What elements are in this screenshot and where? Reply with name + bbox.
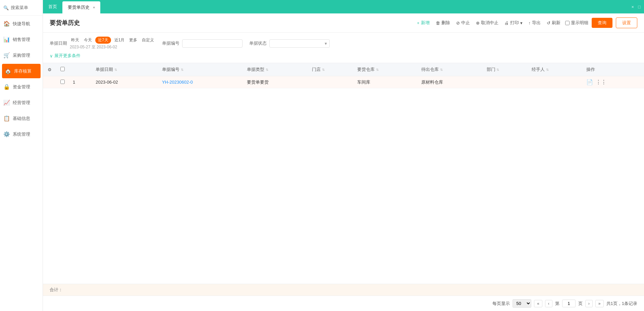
home-icon: 🏠 <box>3 20 10 27</box>
cell-doc-date: 2023-06-02 <box>92 76 158 88</box>
prev-page-btn[interactable]: ‹ <box>545 300 552 307</box>
tab-close-icon[interactable]: × <box>93 5 95 9</box>
sidebar-item-label: 系统管理 <box>13 131 30 137</box>
sort-icon-req-wh: ⇅ <box>376 68 379 72</box>
shortcut-today[interactable]: 今天 <box>83 37 93 44</box>
doc-no-input[interactable] <box>182 39 243 48</box>
col-request-warehouse[interactable]: 要货仓库 ⇅ <box>353 63 417 76</box>
date-shortcuts: 昨天 今天 近7天 近1月 更多 自定义 <box>70 37 155 44</box>
row-checkbox[interactable] <box>60 80 65 84</box>
show-detail-toggle[interactable]: 显示明细 <box>565 20 588 26</box>
cancel-stop-button[interactable]: ⊗ 取消中止 <box>475 20 500 26</box>
cell-handler <box>528 76 582 88</box>
purchase-icon: 🛒 <box>3 52 10 58</box>
sidebar-item-shortcut[interactable]: 🏠 快捷导航 <box>0 16 43 32</box>
sidebar-search-label: 搜索菜单 <box>11 5 28 11</box>
sidebar-item-sales[interactable]: 📊 销售管理 <box>0 32 43 47</box>
sidebar-item-label: 资金管理 <box>13 84 30 90</box>
search-icon: 🔍 <box>3 5 9 10</box>
print-button[interactable]: 🖨 打印 ▾ <box>503 20 524 26</box>
setting-button[interactable]: 设置 <box>616 17 637 28</box>
next-page-btn[interactable]: › <box>585 300 593 307</box>
more-icon[interactable]: ⋮⋮ <box>596 79 606 85</box>
stop-button[interactable]: ⊘ 中止 <box>455 20 471 26</box>
main-content: 首页 要货单历史 × × □ 要货单历史 + 新增 🗑 删除 <box>43 0 644 311</box>
page-title: 要货单历史 <box>50 19 80 27</box>
delete-button[interactable]: 🗑 删除 <box>434 20 451 26</box>
doc-no-label: 单据编号 <box>162 40 179 46</box>
first-page-btn[interactable]: « <box>534 300 542 307</box>
refresh-label: 刷新 <box>552 20 560 26</box>
col-department[interactable]: 部门 ⇅ <box>483 63 528 76</box>
window-close-icon[interactable]: × <box>632 4 634 9</box>
tab-history[interactable]: 要货单历史 × <box>62 1 100 13</box>
shortcut-7days[interactable]: 近7天 <box>95 37 111 44</box>
shortcut-custom[interactable]: 自定义 <box>141 37 155 44</box>
table-row: 1 2023-06-02 YH-20230602-0 要货单要货 车间库 原材料… <box>43 76 644 88</box>
data-table: ⚙ 单据日期 ⇅ 单据编号 ⇅ <box>43 63 644 88</box>
col-store[interactable]: 门店 ⇅ <box>308 63 353 76</box>
query-button[interactable]: 查询 <box>592 18 612 28</box>
sales-icon: 📊 <box>3 36 10 43</box>
date-range-display: 2023-05-27 至 2023-06-02 <box>70 44 155 50</box>
sidebar: 🔍 搜索菜单 🏠 快捷导航 📊 销售管理 🛒 采购管理 🏠 库存核算 🔒 资金管… <box>0 0 43 311</box>
col-doc-type[interactable]: 单据类型 ⇅ <box>243 63 308 76</box>
sort-icon-date: ⇅ <box>114 68 117 72</box>
add-button[interactable]: + 新增 <box>416 20 431 26</box>
add-label: 新增 <box>421 20 430 26</box>
toolbar: + 新增 🗑 删除 ⊘ 中止 ⊗ 取消中止 🖨 打印 <box>416 17 637 28</box>
expand-more-btn[interactable]: ∨ 展开更多条件 <box>50 53 637 59</box>
status-select[interactable] <box>269 39 330 48</box>
total-info: 共1页，1条记录 <box>606 301 637 307</box>
window-maximize-icon[interactable]: □ <box>638 4 641 9</box>
sidebar-item-finance[interactable]: 🔒 资金管理 <box>0 79 43 95</box>
sidebar-item-inventory[interactable]: 🏠 库存核算 <box>2 64 41 78</box>
tab-home[interactable]: 首页 <box>43 0 62 13</box>
sidebar-item-label: 快捷导航 <box>13 21 30 27</box>
col-doc-no[interactable]: 单据编号 ⇅ <box>158 63 243 76</box>
doc-no-link[interactable]: YH-20230602-0 <box>162 80 193 85</box>
table-header-row: ⚙ 单据日期 ⇅ 单据编号 ⇅ <box>43 63 644 76</box>
refresh-button[interactable]: ↺ 刷新 <box>545 20 562 26</box>
delete-icon: 🗑 <box>436 20 440 26</box>
sidebar-item-label: 销售管理 <box>13 37 30 43</box>
status-select-wrap <box>269 39 330 48</box>
sidebar-item-operation[interactable]: 📈 经营管理 <box>0 95 43 110</box>
cell-department <box>483 76 528 88</box>
col-doc-date[interactable]: 单据日期 ⇅ <box>92 63 158 76</box>
sidebar-search[interactable]: 🔍 搜索菜单 <box>0 0 43 16</box>
page-number-input[interactable] <box>562 300 576 307</box>
table-wrap: ⚙ 单据日期 ⇅ 单据编号 ⇅ <box>43 63 644 284</box>
date-filter-label: 单据日期 <box>50 40 67 46</box>
pagination: 每页显示 50 100 « ‹ 第 页 › » 共1页，1条记录 <box>43 296 644 311</box>
sort-icon-dept: ⇅ <box>496 68 499 72</box>
select-all-checkbox[interactable] <box>60 67 65 71</box>
content-area: 要货单历史 + 新增 🗑 删除 ⊘ 中止 ⊗ 取消中止 <box>43 13 644 311</box>
expand-icon: ∨ <box>50 53 53 58</box>
sidebar-item-purchase[interactable]: 🛒 采购管理 <box>0 47 43 63</box>
last-page-btn[interactable]: » <box>595 300 604 307</box>
export-button[interactable]: ↑ 导出 <box>527 20 542 26</box>
status-filter: 单据状态 <box>249 39 330 48</box>
sort-icon-pend-wh: ⇅ <box>440 68 443 72</box>
shortcut-yesterday[interactable]: 昨天 <box>70 37 80 44</box>
page-header: 要货单历史 + 新增 🗑 删除 ⊘ 中止 ⊗ 取消中止 <box>43 13 644 33</box>
col-action: 操作 <box>582 63 644 76</box>
filter-bar: 单据日期 昨天 今天 近7天 近1月 更多 自定义 2023-05-27 至 2… <box>43 33 644 63</box>
edit-icon[interactable]: 📄 <box>586 79 593 85</box>
basic-icon: 📋 <box>3 115 10 122</box>
show-detail-label: 显示明细 <box>571 20 588 26</box>
col-settings[interactable]: ⚙ <box>43 63 56 76</box>
col-pending-warehouse[interactable]: 待出仓库 ⇅ <box>417 63 482 76</box>
inventory-icon: 🏠 <box>5 68 11 74</box>
cell-store <box>308 76 353 88</box>
shortcut-more[interactable]: 更多 <box>128 37 139 44</box>
col-handler[interactable]: 经手人 ⇅ <box>528 63 582 76</box>
sidebar-item-system[interactable]: ⚙️ 系统管理 <box>0 126 43 142</box>
shortcut-1month[interactable]: 近1月 <box>113 37 126 44</box>
tab-history-label: 要货单历史 <box>68 4 90 10</box>
sidebar-item-basic[interactable]: 📋 基础信息 <box>0 110 43 126</box>
print-label: 打印 <box>510 20 519 26</box>
per-page-select[interactable]: 50 100 <box>513 299 531 308</box>
show-detail-checkbox[interactable] <box>565 21 570 25</box>
